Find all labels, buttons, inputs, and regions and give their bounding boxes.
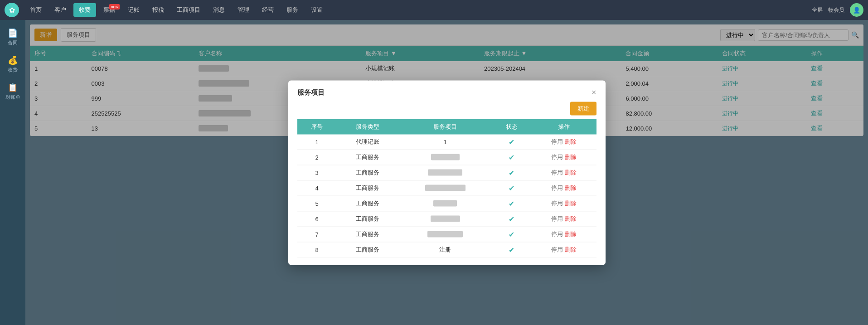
modal-toolbar: 新建 — [297, 102, 596, 115]
modal-cell-status: ✔ — [492, 196, 531, 211]
top-nav: ✿ 首页 客户 收费 票据 new 记账 报税 工商项目 消息 管理 经营 服务… — [0, 0, 868, 20]
status-check-icon: ✔ — [509, 246, 514, 253]
nav-settings[interactable]: 设置 — [305, 3, 328, 17]
modal-cell-type: 工商服务 — [337, 180, 398, 196]
modal-col-project: 服务项目 — [398, 119, 492, 134]
billing-icon: 💰 — [8, 55, 18, 65]
nav-operation[interactable]: 经营 — [257, 3, 279, 17]
modal-cell-action: 停用 删除 — [531, 150, 596, 165]
modal-body: 新建 序号 服务类型 服务项目 状态 操作 — [288, 97, 606, 265]
delete-button[interactable]: 删除 — [565, 184, 577, 192]
modal-cell-status: ✔ — [492, 180, 531, 196]
fullscreen-btn[interactable]: 全屏 — [812, 6, 823, 14]
modal-cell-action: 停用 删除 — [531, 242, 596, 257]
modal-cell-action: 停用 删除 — [531, 134, 596, 150]
modal-cell-action: 停用 删除 — [531, 211, 596, 227]
nav-manage[interactable]: 管理 — [232, 3, 255, 17]
status-check-icon: ✔ — [509, 138, 514, 146]
list-item: 5 工商服务 ✔ 停用 删除 — [297, 196, 596, 211]
modal-cell-action: 停用 删除 — [531, 196, 596, 211]
modal-cell-type: 工商服务 — [337, 165, 398, 180]
nav-tax[interactable]: 报税 — [147, 3, 170, 17]
modal-cell-no: 6 — [297, 211, 337, 227]
list-item: 8 工商服务 注册 ✔ 停用 删除 — [297, 242, 596, 257]
nav-bookkeeping[interactable]: 记账 — [122, 3, 145, 17]
delete-button[interactable]: 删除 — [565, 138, 577, 146]
nav-home[interactable]: 首页 — [24, 3, 47, 17]
new-badge: new — [109, 4, 120, 10]
sidebar-label-reconciliation: 对账单 — [5, 94, 20, 101]
delete-button[interactable]: 删除 — [565, 215, 577, 223]
list-item: 4 工商服务 ✔ 停用 删除 — [297, 180, 596, 196]
nav-invoice[interactable]: 票据 new — [98, 3, 121, 17]
delete-button[interactable]: 删除 — [565, 230, 577, 238]
nav-industry[interactable]: 工商项目 — [171, 3, 206, 17]
list-item: 6 工商服务 ✔ 停用 删除 — [297, 211, 596, 227]
stop-button[interactable]: 停用 — [551, 138, 563, 146]
modal-col-no: 序号 — [297, 119, 337, 134]
modal-cell-no: 3 — [297, 165, 337, 180]
nav-message[interactable]: 消息 — [208, 3, 230, 17]
delete-button[interactable]: 删除 — [565, 199, 577, 208]
modal-cell-no: 7 — [297, 227, 337, 242]
modal-header: 服务项目 × — [288, 80, 606, 97]
modal-cell-no: 4 — [297, 180, 337, 196]
modal-cell-status: ✔ — [492, 165, 531, 180]
stop-button[interactable]: 停用 — [551, 184, 563, 192]
modal-cell-type: 代理记账 — [337, 134, 398, 150]
modal-title: 服务项目 — [297, 88, 325, 97]
stop-button[interactable]: 停用 — [551, 215, 563, 223]
sidebar-item-billing[interactable]: 💰 收费 — [1, 52, 24, 77]
modal-cell-type: 工商服务 — [337, 150, 398, 165]
modal-cell-project — [398, 211, 492, 227]
modal-cell-no: 5 — [297, 196, 337, 211]
status-check-icon: ✔ — [509, 215, 514, 223]
modal-cell-status: ✔ — [492, 134, 531, 150]
modal-cell-type: 工商服务 — [337, 242, 398, 257]
nav-service[interactable]: 服务 — [281, 3, 304, 17]
list-item: 2 工商服务 ✔ 停用 删除 — [297, 150, 596, 165]
modal-cell-status: ✔ — [492, 150, 531, 165]
modal-col-status: 状态 — [492, 119, 531, 134]
delete-button[interactable]: 删除 — [565, 246, 577, 254]
member-btn[interactable]: 畅会员 — [828, 6, 844, 14]
modal-cell-project — [398, 165, 492, 180]
stop-button[interactable]: 停用 — [551, 230, 563, 238]
sidebar-item-reconciliation[interactable]: 📋 对账单 — [1, 79, 24, 104]
modal-new-button[interactable]: 新建 — [570, 102, 596, 115]
status-check-icon: ✔ — [509, 169, 514, 176]
modal-cell-no: 8 — [297, 242, 337, 257]
contract-icon: 📄 — [8, 28, 18, 38]
modal-cell-project — [398, 196, 492, 211]
modal-cell-type: 工商服务 — [337, 196, 398, 211]
sidebar: 📄 合同 💰 收费 📋 对账单 — [0, 20, 25, 325]
modal-cell-type: 工商服务 — [337, 227, 398, 242]
service-items-table: 序号 服务类型 服务项目 状态 操作 1 代理记账 1 ✔ 停用 删除 — [297, 119, 596, 257]
stop-button[interactable]: 停用 — [551, 246, 563, 254]
modal-cell-action: 停用 删除 — [531, 180, 596, 196]
main-layout: 📄 合同 💰 收费 📋 对账单 新增 服务项目 进行中 已完成 全部 — [0, 20, 868, 325]
nav-customer[interactable]: 客户 — [49, 3, 72, 17]
modal-cell-status: ✔ — [492, 211, 531, 227]
stop-button[interactable]: 停用 — [551, 169, 563, 177]
service-items-modal: 服务项目 × 新建 序号 服务类型 服务项目 状态 — [288, 80, 606, 265]
modal-table-wrap[interactable]: 序号 服务类型 服务项目 状态 操作 1 代理记账 1 ✔ 停用 删除 — [297, 119, 596, 257]
modal-close-button[interactable]: × — [592, 87, 596, 97]
modal-cell-project: 1 — [398, 134, 492, 150]
sidebar-item-contract[interactable]: 📄 合同 — [1, 24, 24, 50]
nav-billing[interactable]: 收费 — [73, 3, 96, 17]
delete-button[interactable]: 删除 — [565, 153, 577, 161]
logo-icon: ✿ — [5, 3, 19, 17]
sidebar-label-contract: 合同 — [8, 39, 18, 46]
modal-cell-type: 工商服务 — [337, 211, 398, 227]
avatar[interactable]: 👤 — [850, 3, 863, 17]
list-item: 7 工商服务 ✔ 停用 删除 — [297, 227, 596, 242]
modal-cell-action: 停用 删除 — [531, 165, 596, 180]
nav-right: 全屏 畅会员 👤 — [812, 3, 863, 17]
stop-button[interactable]: 停用 — [551, 199, 563, 208]
modal-cell-no: 1 — [297, 134, 337, 150]
modal-cell-project — [398, 227, 492, 242]
delete-button[interactable]: 删除 — [565, 169, 577, 177]
stop-button[interactable]: 停用 — [551, 153, 563, 161]
status-check-icon: ✔ — [509, 230, 514, 238]
